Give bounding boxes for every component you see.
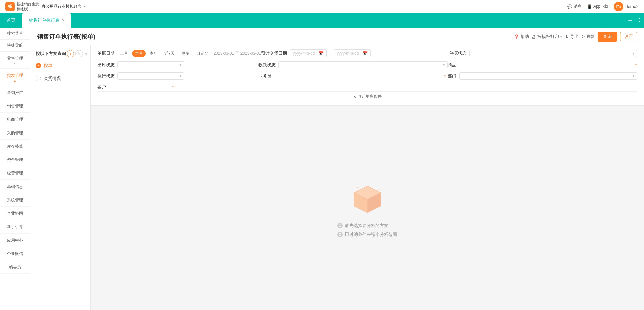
date-tab-this-month[interactable]: 本月 <box>132 50 146 57</box>
user-name-label: demo2 <box>625 4 639 9</box>
filter-row-4: 客户 ··· <box>97 84 637 90</box>
download-icon: 📱 <box>587 4 592 9</box>
settings-button[interactable]: 设置 <box>620 32 637 41</box>
calendar-icon: 📅 <box>319 51 324 56</box>
empty-illustration: ? <box>347 176 387 216</box>
calendar-end-icon: 📅 <box>363 51 368 56</box>
query-scheme-owe[interactable]: ○ 欠货情况 <box>30 72 90 85</box>
top-bar-right: 💬 消息 📱 App下载 Ea demo2 <box>567 2 639 11</box>
date-tab-7days[interactable]: 近7天 <box>162 50 177 57</box>
out-status-select[interactable]: ▾ <box>117 61 184 68</box>
empty-state: ? 1 请先选择要分析的方案 2 用过滤条件来缩小分析范围 <box>91 106 644 310</box>
edit-scheme-button[interactable]: ✎ <box>75 50 83 57</box>
filter-dept-field: 部门 ▾ <box>448 72 637 80</box>
add-scheme-button[interactable]: + <box>67 50 74 57</box>
sidebar-item-marketing[interactable]: 营销推广 <box>0 86 30 99</box>
help-button[interactable]: ❓ 帮助 <box>514 34 529 40</box>
expected-date-end-input[interactable]: yyyy-mm-dd 📅 <box>334 49 371 57</box>
company-arrow-icon: ▾ <box>83 5 85 8</box>
sidebar-item-basic[interactable]: 基础信息 <box>0 180 30 193</box>
window-controls: ─ ⛶ <box>624 17 644 23</box>
svg-point-4 <box>357 187 358 188</box>
avatar: Ea <box>614 2 623 11</box>
sidebar-item-ecommerce[interactable]: 电商管理 <box>0 113 30 126</box>
inner-layout: 按以下方案查询 + ✎ « ● 按单 <box>30 45 644 310</box>
goods-dots[interactable]: ··· <box>633 62 637 67</box>
message-button[interactable]: 💬 消息 <box>567 4 582 9</box>
export-button[interactable]: ⬇ 导出 <box>565 34 579 40</box>
query-button[interactable]: 查询 <box>598 32 617 42</box>
export-icon: ⬇ <box>565 34 569 39</box>
sidebar-item-retail[interactable]: 零售管理 ▾ <box>0 52 30 69</box>
filter-collect-field: 收款状态 ▾ <box>258 61 448 68</box>
left-query-panel: 按以下方案查询 + ✎ « ● 按单 <box>30 45 91 310</box>
sidebar-item-member[interactable]: 畅会员 <box>0 260 30 274</box>
customer-dots[interactable]: ··· <box>172 84 176 89</box>
sidebar-item-newbie[interactable]: 新手引导 <box>0 220 30 234</box>
filter-salesman-field: 业务员 ··· <box>258 73 448 79</box>
chevron-up-icon: ▴ <box>14 79 16 82</box>
inactive-scheme-dot: ○ <box>36 76 41 81</box>
tab-close-icon[interactable]: × <box>62 18 64 23</box>
date-tab-last-month[interactable]: 上月 <box>117 50 131 57</box>
status-arrow-icon: ▾ <box>633 52 634 55</box>
chevron-down-icon: ▾ <box>14 61 16 65</box>
top-bar-left: 畅 畅捷销好生意 标账版 办公用品行业模拟账套 ▾ <box>5 2 85 11</box>
goods-input[interactable]: ··· <box>459 62 637 68</box>
status-select[interactable]: ▾ <box>469 50 637 57</box>
left-query-actions: + ✎ « <box>67 50 87 57</box>
app-logo: 畅 <box>5 2 15 11</box>
tip-num-2: 2 <box>337 232 343 237</box>
sidebar-item-system[interactable]: 系统管理 <box>0 193 30 207</box>
tip-num-1: 1 <box>337 223 343 228</box>
sidebar-item-operation[interactable]: 经营管理 <box>0 166 30 180</box>
sidebar-quick-nav[interactable]: 快捷导航 <box>0 40 30 52</box>
sidebar-item-inventory[interactable]: 库存核算 <box>0 140 30 153</box>
collapse-left-panel-button[interactable]: « <box>84 51 87 56</box>
expected-date-label: 预计交货日期 <box>261 50 287 56</box>
filter-date-field: 单据日期 上月 本月 本年 近7天 更多 自定义 2023-03-01 至 20… <box>97 50 261 57</box>
left-query-title: 按以下方案查询 <box>36 51 66 57</box>
logo-area: 畅 畅捷销好生意 标账版 <box>5 2 39 11</box>
out-status-arrow-icon: ▾ <box>180 63 181 67</box>
sidebar-item-wechat[interactable]: 企业微信 <box>0 247 30 260</box>
sidebar-item-appstore[interactable]: 应用中心 <box>0 234 30 247</box>
date-tab-this-year[interactable]: 本年 <box>147 50 160 57</box>
sidebar-item-sales[interactable]: 销售管理 <box>0 99 30 113</box>
salesman-input[interactable]: ··· <box>274 73 448 79</box>
active-scheme-dot: ● <box>36 63 41 68</box>
filter-row-2: 出库状态 ▾ 收款状态 ▾ <box>97 61 637 68</box>
customer-input[interactable]: ··· <box>109 84 176 90</box>
exec-status-select[interactable]: ▾ <box>117 72 184 80</box>
tab-home[interactable]: 首页 <box>0 13 22 28</box>
query-scheme-press[interactable]: ● 按单 <box>30 59 90 72</box>
maximize-button[interactable]: ⛶ <box>635 17 640 23</box>
top-bar: 畅 畅捷销好生意 标账版 办公用品行业模拟账套 ▾ 💬 消息 📱 App下载 E… <box>0 0 644 13</box>
dept-select[interactable]: ▾ <box>459 72 637 80</box>
empty-tips: 1 请先选择要分析的方案 2 用过滤条件来缩小分析范围 <box>337 223 397 240</box>
filter-goods-field: 商品 ··· <box>448 62 637 68</box>
tab-active[interactable]: 销售订单执行表 × <box>22 13 71 28</box>
sidebar-search[interactable]: 搜索菜单 <box>0 28 30 40</box>
date-tab-more[interactable]: 更多 <box>179 50 192 57</box>
sidebar-item-corp[interactable]: 企业协同 <box>0 207 30 220</box>
date-tab-custom[interactable]: 自定义 <box>194 50 211 57</box>
sidebar-item-purchase[interactable]: 采购管理 <box>0 126 30 140</box>
sidebar-item-wholesale[interactable]: 批发管理 ▴ <box>0 69 30 86</box>
refresh-button[interactable]: ↻ 刷新 <box>581 34 595 40</box>
sidebar: 搜索菜单 快捷导航 零售管理 ▾ 批发管理 ▴ 营销推广 销售管理 电商管理 采… <box>0 28 30 310</box>
collect-status-select[interactable]: ▾ <box>278 61 448 68</box>
app-download-button[interactable]: 📱 App下载 <box>587 4 608 9</box>
minimize-button[interactable]: ─ <box>628 17 632 23</box>
svg-point-5 <box>379 189 380 190</box>
salesman-dots[interactable]: ··· <box>444 73 448 78</box>
expected-date-start-input[interactable]: yyyy-mm-dd 📅 <box>290 49 327 57</box>
template-print-button[interactable]: 🖨 按模板打印 ▾ <box>532 34 562 40</box>
right-content: 单据日期 上月 本月 本年 近7天 更多 自定义 2023-03-01 至 20… <box>91 45 644 310</box>
company-select[interactable]: 办公用品行业模拟账套 ▾ <box>42 4 85 9</box>
collapse-filter-button[interactable]: ∧ 收起更多条件 <box>353 94 382 99</box>
main-layout: 搜索菜单 快捷导航 零售管理 ▾ 批发管理 ▴ 营销推广 销售管理 电商管理 采… <box>0 28 644 310</box>
user-area[interactable]: Ea demo2 <box>614 2 639 11</box>
page-header: 销售订单执行表(按单) ❓ 帮助 🖨 按模板打印 ▾ ⬇ 导出 ↻ 刷新 <box>30 28 644 45</box>
sidebar-item-finance[interactable]: 资金管理 <box>0 153 30 166</box>
